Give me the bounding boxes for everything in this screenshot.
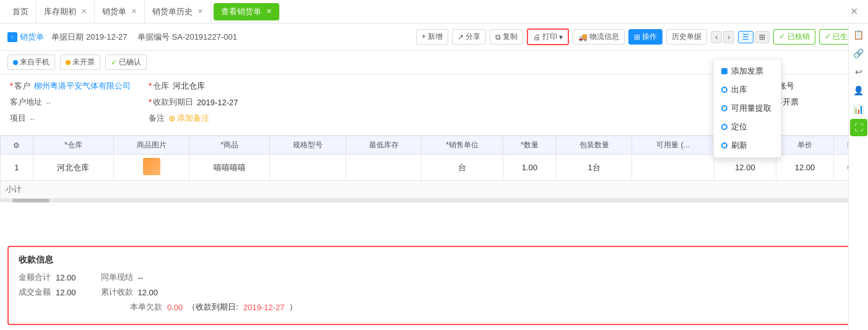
- right-sidebar: 📋 🔗 ↩ 👤 📊 ⛶: [848, 24, 868, 330]
- sidebar-icon-chart[interactable]: 📊: [850, 100, 867, 118]
- list-view-button[interactable]: ☰: [738, 31, 753, 43]
- ops-dropdown-menu: 添加发票 出库 可用量提取 定位 刷新: [713, 59, 781, 158]
- next-button[interactable]: ›: [723, 31, 734, 43]
- project-value: --: [30, 114, 35, 123]
- global-close-button[interactable]: ✕: [845, 6, 863, 17]
- col-available: 可用量 (...: [632, 136, 714, 155]
- sidebar-icon-expand[interactable]: ⛶: [850, 119, 867, 136]
- col-sales-unit: *销售单位: [422, 136, 503, 155]
- menu-outbound-label: 出库: [731, 84, 747, 95]
- col-settings[interactable]: ⚙: [1, 136, 33, 155]
- doc-date-label: 单据日期: [51, 32, 84, 43]
- sidebar-icon-return[interactable]: ↩: [850, 63, 867, 80]
- menu-item-available-qty[interactable]: 可用量提取: [714, 99, 781, 118]
- share-icon: ↗: [458, 33, 464, 41]
- menu-add-invoice-label: 添加发票: [731, 66, 763, 77]
- tab-home[interactable]: 首页: [5, 0, 37, 24]
- horizontal-scrollbar[interactable]: [0, 199, 868, 202]
- tab-view-close[interactable]: ✕: [266, 7, 272, 15]
- doc-type-badge: ↑ 销货单: [7, 32, 44, 43]
- col-product-img: 商品图片: [113, 136, 189, 155]
- print-button[interactable]: 🖨 打印 ▾: [527, 28, 569, 45]
- doc-type-icon: ↑: [7, 32, 17, 42]
- app-container: 首页 库存期初 ✕ 销货单 ✕ 销货单历史 ✕ 查看销货单 ✕ ✕ ↑ 销货单: [0, 0, 868, 330]
- customer-label: 客户: [10, 80, 30, 92]
- print-dropdown-icon: ▾: [559, 33, 563, 41]
- menu-refresh-label: 刷新: [731, 140, 747, 151]
- menu-item-refresh[interactable]: 刷新: [714, 136, 781, 155]
- outstanding-date: 2019-12-27: [243, 303, 285, 312]
- deal-amount-value: 12.00: [56, 288, 76, 297]
- col-unit-price: 单价: [776, 136, 833, 155]
- menu-add-invoice-icon: [721, 68, 727, 74]
- outstanding-value: 0.00: [167, 303, 183, 312]
- doc-no-value: SA-20191227-001: [172, 32, 238, 41]
- payment-title: 收款信息: [19, 254, 849, 266]
- nav-arrows: ‹ ›: [711, 31, 734, 43]
- add-note-button[interactable]: ⊕ 添加备注: [168, 113, 209, 124]
- tab-sales-order[interactable]: 销货单 ✕: [95, 0, 145, 24]
- accumulated-payment-label: 累计收款: [101, 287, 133, 298]
- logistics-button[interactable]: 🚚 物流信息: [573, 29, 625, 45]
- deal-amount-label: 成交金额: [19, 287, 51, 298]
- sidebar-icon-doc[interactable]: 📋: [850, 26, 867, 43]
- note-label: 备注: [149, 113, 165, 124]
- warehouse-value: 河北仓库: [173, 80, 205, 92]
- tab-inventory-close[interactable]: ✕: [81, 7, 87, 15]
- col-pkg-qty: 包装数量: [556, 136, 632, 155]
- tab-view-label: 查看销货单: [221, 6, 261, 17]
- due-date-label: 收款到期日: [149, 97, 193, 108]
- history-button[interactable]: 历史单据: [666, 29, 707, 45]
- due-date-field: 收款到期日 2019-12-27: [149, 97, 272, 108]
- from-phone-button[interactable]: 来自手机: [7, 54, 55, 70]
- sidebar-icon-link[interactable]: 🔗: [850, 45, 867, 62]
- row-sales-unit: 台: [422, 155, 503, 181]
- view-switch: ☰ ⊞: [738, 31, 770, 43]
- subtotal-label: 小计: [1, 181, 868, 199]
- row-product-img: [113, 155, 189, 181]
- col-product: *商品: [189, 136, 270, 155]
- table-row: 1 河北仓库 嘻嘻嘻嘻 台 1.00 1台 12.00 12.00 0.: [1, 155, 868, 181]
- prev-button[interactable]: ‹: [711, 31, 722, 43]
- menu-locate-label: 定位: [731, 121, 747, 132]
- share-button[interactable]: ↗ 分享: [452, 29, 486, 45]
- row-spec: [270, 155, 346, 181]
- col-quantity: *数量: [503, 136, 556, 155]
- customer-value[interactable]: 柳州粤港平安气体有限公司: [34, 80, 131, 92]
- unopened-button[interactable]: 未开票: [60, 54, 100, 70]
- menu-avail-icon: [721, 105, 727, 111]
- warehouse-field: 仓库 河北仓库: [149, 80, 272, 92]
- menu-locate-icon: [721, 124, 727, 130]
- scroll-thumb[interactable]: [12, 199, 50, 202]
- row-min-stock: [345, 155, 422, 181]
- add-note-plus-icon: ⊕: [168, 113, 176, 123]
- confirm-button[interactable]: ✓ 已确认: [105, 54, 147, 70]
- outstanding-note-end: ）: [289, 302, 297, 313]
- outstanding-item: 本单欠款 0.00 （收款到期日: 2019-12-27 ）: [130, 302, 297, 313]
- phone-dot-icon: [13, 60, 18, 65]
- canceled-button[interactable]: ✓ 已核销: [773, 29, 815, 45]
- copy-icon: ⧉: [495, 33, 501, 41]
- ops-button[interactable]: ⊞ 操作: [628, 29, 662, 45]
- same-order-value: --: [138, 273, 144, 282]
- menu-item-add-invoice[interactable]: 添加发票: [714, 62, 781, 80]
- tab-view-sales[interactable]: 查看销货单 ✕: [214, 3, 280, 20]
- tab-sales-history[interactable]: 销货单历史 ✕: [145, 0, 211, 24]
- sidebar-icon-user[interactable]: 👤: [850, 82, 867, 99]
- row-pkg-qty: 1台: [556, 155, 632, 181]
- tab-history-close[interactable]: ✕: [197, 7, 203, 15]
- tab-sales-label: 销货单: [102, 6, 126, 17]
- tab-inventory-init[interactable]: 库存期初 ✕: [37, 0, 95, 24]
- menu-item-locate[interactable]: 定位: [714, 118, 781, 136]
- menu-item-outbound[interactable]: 出库: [714, 80, 781, 99]
- tab-sales-close[interactable]: ✕: [131, 7, 137, 15]
- copy-button[interactable]: ⧉ 复制: [490, 29, 523, 45]
- menu-refresh-icon: [721, 142, 727, 149]
- payment-row-1: 金额合计 12.00 同单现结 --: [19, 272, 849, 283]
- customer-field: 客户 柳州粤港平安气体有限公司: [10, 80, 134, 92]
- unopened-dot-icon: [66, 60, 71, 65]
- new-button[interactable]: + 新增: [416, 29, 448, 45]
- row-unit-price: 12.00: [776, 155, 833, 181]
- toolbar-right: + 新增 ↗ 分享 ⧉ 复制 🖨 打印 ▾ 🚚 物流信息: [416, 28, 861, 45]
- grid-view-button[interactable]: ⊞: [755, 31, 770, 43]
